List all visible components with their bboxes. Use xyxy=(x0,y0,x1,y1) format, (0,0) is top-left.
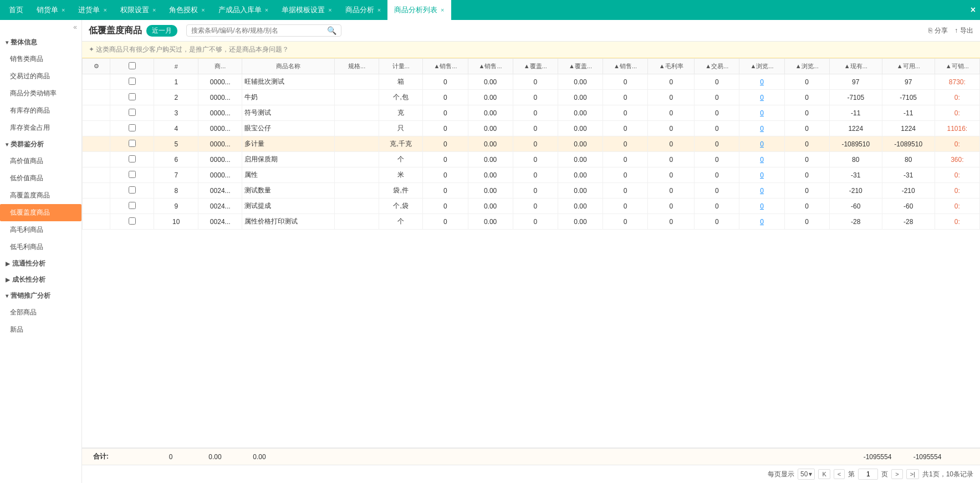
section-label-liq: 流通性分析 xyxy=(12,259,45,268)
row-select-checkbox[interactable] xyxy=(129,93,136,100)
row-browse2: 0 xyxy=(784,152,829,167)
col-spec: 规格... xyxy=(335,59,379,74)
col-sales-qty[interactable]: ▲销售... xyxy=(423,59,468,74)
row-sales-amt: 0.00 xyxy=(468,136,513,152)
row-browse1[interactable]: 0 xyxy=(739,199,784,214)
row-gross-rate: 0 xyxy=(648,74,695,90)
sidebar-item-in-stock[interactable]: 有库存的商品 xyxy=(0,102,81,119)
col-sales-amt[interactable]: ▲销售... xyxy=(468,59,513,74)
sidebar-item-traded-goods[interactable]: 交易过的商品 xyxy=(0,68,81,85)
close-all-button[interactable]: × xyxy=(971,5,976,15)
nav-item-purchase[interactable]: 进货单 × xyxy=(72,0,113,20)
row-unit: 个,袋 xyxy=(379,199,422,214)
row-sales-qty: 0 xyxy=(423,74,468,90)
search-input[interactable] xyxy=(191,27,327,34)
row-browse1[interactable]: 0 xyxy=(739,183,784,199)
nav-item-templates[interactable]: 单据模板设置 × xyxy=(275,0,338,20)
sidebar-item-new-goods[interactable]: 新品 xyxy=(0,321,81,338)
sidebar-item-category-rate[interactable]: 商品分类动销率 xyxy=(0,85,81,102)
nav-close-finished-goods[interactable]: × xyxy=(265,7,268,13)
sidebar-section-category-analysis[interactable]: ▾ 类群鉴分析 xyxy=(0,136,81,152)
row-select-checkbox[interactable] xyxy=(129,124,136,131)
col-salable[interactable]: ▲可销... xyxy=(935,59,979,74)
col-gross-rate[interactable]: ▲毛利率 xyxy=(648,59,695,74)
row-browse2: 0 xyxy=(784,183,829,199)
col-current[interactable]: ▲现有... xyxy=(829,59,882,74)
row-browse1[interactable]: 0 xyxy=(739,152,784,167)
sidebar-section-liquidity[interactable]: ▶ 流通性分析 xyxy=(0,256,81,272)
nav-close-roles[interactable]: × xyxy=(201,7,205,13)
last-page-button[interactable]: >| xyxy=(906,469,919,479)
export-button[interactable]: ↑ 导出 xyxy=(955,26,973,35)
col-browse1[interactable]: ▲浏览... xyxy=(739,59,784,74)
row-select-checkbox[interactable] xyxy=(129,186,136,194)
row-select-checkbox[interactable] xyxy=(129,155,136,162)
col-cov2[interactable]: ▲覆盖... xyxy=(558,59,603,74)
nav-item-sales[interactable]: 销货单 × xyxy=(30,0,72,20)
row-cov1: 0 xyxy=(513,152,558,167)
nav-item-finished-goods[interactable]: 产成品入库单 × xyxy=(212,0,275,20)
row-sales-amt: 0.00 xyxy=(468,121,513,136)
sidebar-item-all-goods[interactable]: 全部商品 xyxy=(0,304,81,321)
nav-item-home[interactable]: 首页 xyxy=(2,0,30,20)
nav-item-analysis-list[interactable]: 商品分析列表 × xyxy=(387,0,451,20)
sidebar-collapse-button[interactable]: « xyxy=(0,20,81,34)
row-cov1: 0 xyxy=(513,121,558,136)
sidebar-item-sales-goods[interactable]: 销售类商品 xyxy=(0,50,81,68)
sidebar-item-high-value[interactable]: 高价值商品 xyxy=(0,152,81,170)
row-sales3: 0 xyxy=(603,199,648,214)
row-browse1[interactable]: 0 xyxy=(739,90,784,105)
row-sales-amt: 0.00 xyxy=(468,74,513,90)
sidebar-item-high-gross[interactable]: 高毛利商品 xyxy=(0,221,81,238)
row-select-checkbox[interactable] xyxy=(129,78,136,85)
nav-close-templates[interactable]: × xyxy=(328,7,331,13)
sidebar-section-growth[interactable]: ▶ 成长性分析 xyxy=(0,272,81,288)
content-area: 低覆盖度商品 近一月 🔍 ⎘ 分享 ↑ 导出 ✦ 这类商品只有很少客户购买过，是… xyxy=(82,20,980,483)
row-select-checkbox[interactable] xyxy=(129,109,136,116)
share-button[interactable]: ⎘ 分享 xyxy=(928,26,948,35)
sidebar-item-stock-capital[interactable]: 库存资金占用 xyxy=(0,119,81,136)
row-unit: 米 xyxy=(379,167,422,183)
nav-close-permissions[interactable]: × xyxy=(152,7,156,13)
col-browse2[interactable]: ▲浏览... xyxy=(784,59,829,74)
row-select-checkbox[interactable] xyxy=(129,217,136,225)
nav-item-product-analysis[interactable]: 商品分析 × xyxy=(339,0,387,20)
col-trade[interactable]: ▲交易... xyxy=(695,59,739,74)
row-browse1[interactable]: 0 xyxy=(739,121,784,136)
time-filter-button[interactable]: 近一月 xyxy=(146,25,177,37)
nav-close-analysis-list[interactable]: × xyxy=(441,7,444,13)
page-number-input[interactable] xyxy=(858,469,878,480)
next-page-button[interactable]: > xyxy=(891,469,902,479)
row-select-checkbox[interactable] xyxy=(129,140,136,147)
nav-item-roles[interactable]: 角色授权 × xyxy=(162,0,211,20)
sidebar-section-overall[interactable]: ▾ 整体信息 xyxy=(0,34,81,50)
col-settings[interactable]: ⚙ xyxy=(83,59,110,74)
item-label: 商品分类动销率 xyxy=(10,89,57,97)
table-row: 9 0024... 测试提成 个,袋 0 0.00 0 0.00 0 0 0 0… xyxy=(83,199,980,214)
sidebar-item-high-coverage[interactable]: 高覆盖度商品 xyxy=(0,187,81,204)
col-available[interactable]: ▲可用... xyxy=(882,59,935,74)
prev-page-button[interactable]: < xyxy=(834,469,845,479)
per-page-select[interactable]: 50 ▾ xyxy=(798,469,815,480)
row-select-checkbox[interactable] xyxy=(129,202,136,209)
search-icon[interactable]: 🔍 xyxy=(327,26,336,35)
sidebar-item-low-gross[interactable]: 低毛利商品 xyxy=(0,238,81,256)
row-browse1[interactable]: 0 xyxy=(739,74,784,90)
row-select-checkbox[interactable] xyxy=(129,171,136,178)
row-browse1[interactable]: 0 xyxy=(739,136,784,152)
row-name: 多计量 xyxy=(242,136,335,152)
nav-item-permissions[interactable]: 权限设置 × xyxy=(114,0,162,20)
nav-close-sales[interactable]: × xyxy=(62,7,65,13)
row-browse1[interactable]: 0 xyxy=(739,214,784,230)
row-browse1[interactable]: 0 xyxy=(739,105,784,121)
col-sales3[interactable]: ▲销售... xyxy=(603,59,648,74)
first-page-button[interactable]: K xyxy=(818,469,830,479)
col-cov1[interactable]: ▲覆盖... xyxy=(513,59,558,74)
row-browse1[interactable]: 0 xyxy=(739,167,784,183)
sidebar-item-low-coverage[interactable]: 低覆盖度商品 xyxy=(0,204,81,221)
nav-close-purchase[interactable]: × xyxy=(103,7,106,13)
sidebar-section-marketing[interactable]: ▾ 营销推广分析 xyxy=(0,288,81,304)
nav-close-product-analysis[interactable]: × xyxy=(377,7,381,13)
select-all-checkbox[interactable] xyxy=(129,62,136,69)
sidebar-item-low-value[interactable]: 低价值商品 xyxy=(0,170,81,187)
